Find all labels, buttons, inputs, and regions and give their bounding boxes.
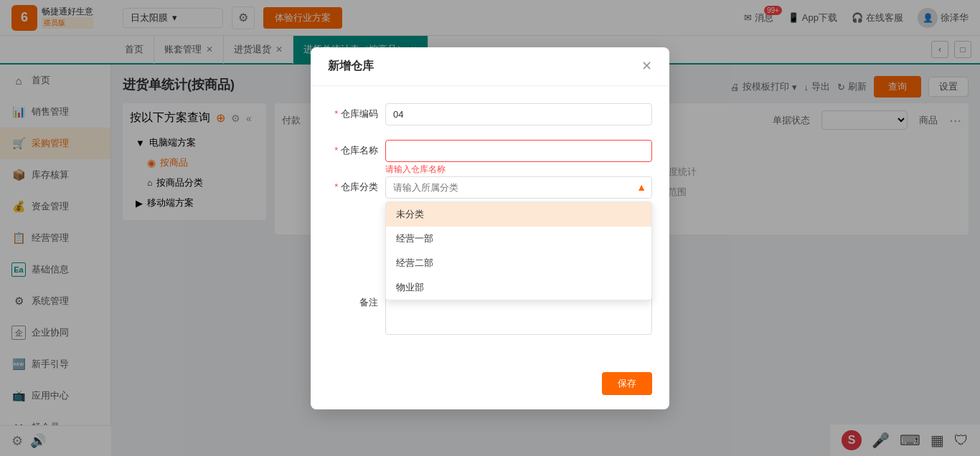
dropdown-item-unclassified[interactable]: 未分类 <box>386 202 651 227</box>
modal-header: 新增仓库 ✕ <box>311 47 669 86</box>
dropdown-item-property[interactable]: 物业部 <box>386 275 651 300</box>
category-dropdown: 未分类 经营一部 经营二部 物业部 <box>385 201 652 300</box>
modal-close-button[interactable]: ✕ <box>641 60 652 72</box>
name-label: 仓库名称 <box>328 140 385 157</box>
dropdown-item-dept2[interactable]: 经营二部 <box>386 251 651 275</box>
form-row-code: 仓库编码 <box>328 103 652 125</box>
modal-body: 仓库编码 仓库名称 请输入仓库名称 仓库分类 ▲ <box>311 86 669 364</box>
form-row-category: 仓库分类 ▲ 未分类 经营一部 经营二部 物业部 <box>328 176 652 199</box>
warehouse-code-input[interactable] <box>385 103 652 125</box>
modal-overlay: 新增仓库 ✕ 仓库编码 仓库名称 请输入仓库名称 仓库分类 <box>0 0 980 456</box>
note-label: 备注 <box>328 292 385 309</box>
name-error-msg: 请输入仓库名称 <box>385 163 446 176</box>
new-warehouse-modal: 新增仓库 ✕ 仓库编码 仓库名称 请输入仓库名称 仓库分类 <box>311 47 669 409</box>
code-input-wrap <box>385 103 652 125</box>
name-input-wrap: 请输入仓库名称 <box>385 140 652 162</box>
category-input-wrap: ▲ 未分类 经营一部 经营二部 物业部 <box>385 176 652 199</box>
dropdown-item-dept1[interactable]: 经营一部 <box>386 227 651 251</box>
warehouse-category-input[interactable] <box>385 176 652 199</box>
modal-footer: 保存 <box>311 364 669 409</box>
save-button[interactable]: 保存 <box>602 372 652 395</box>
modal-title: 新增仓库 <box>328 59 374 74</box>
code-label: 仓库编码 <box>328 103 385 120</box>
warehouse-name-input[interactable] <box>385 140 652 162</box>
category-arrow-icon[interactable]: ▲ <box>636 181 646 193</box>
category-label: 仓库分类 <box>328 176 385 194</box>
form-row-name: 仓库名称 请输入仓库名称 <box>328 140 652 162</box>
